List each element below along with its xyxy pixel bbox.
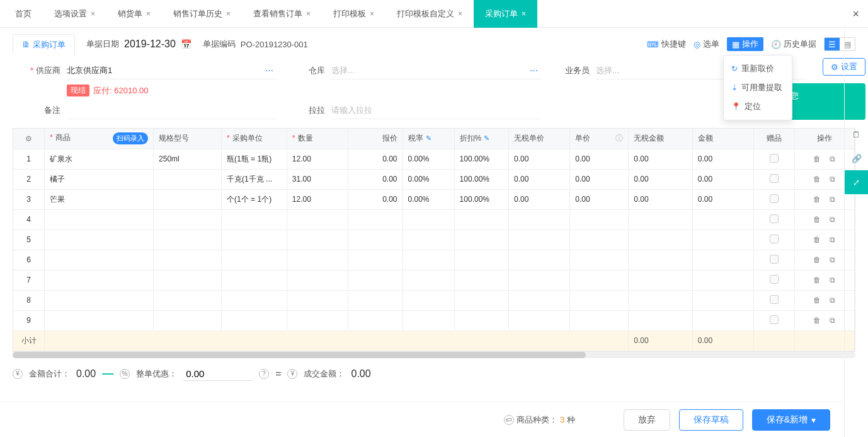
cell-unit[interactable]: 瓶(1瓶 = 1瓶) xyxy=(222,149,287,169)
cell-price[interactable] xyxy=(570,230,629,250)
cell-product[interactable] xyxy=(45,310,154,330)
cell-net-amount[interactable] xyxy=(629,310,693,330)
table-row[interactable]: 3芒果个(1个 = 1个)12.000.000.00%100.00%0.000.… xyxy=(13,189,855,209)
cell-price[interactable] xyxy=(570,290,629,310)
tab-options[interactable]: 选项设置× xyxy=(43,0,106,28)
cell-qty[interactable] xyxy=(287,290,348,310)
cell-unit[interactable] xyxy=(222,230,287,250)
cell-qty[interactable] xyxy=(287,230,348,250)
cell-quote[interactable]: 0.00 xyxy=(348,189,403,209)
calendar-icon[interactable]: 📅 xyxy=(181,39,191,49)
tab-home[interactable]: 首页 xyxy=(4,0,43,28)
cell-discount[interactable] xyxy=(454,270,508,290)
copy-icon[interactable]: ⧉ xyxy=(830,255,835,264)
cell-net-price[interactable]: 0.00 xyxy=(509,149,570,169)
remark-input[interactable] xyxy=(67,102,277,119)
table-row[interactable]: 4🗑⧉ xyxy=(13,209,855,230)
table-row[interactable]: 5🗑⧉ xyxy=(13,230,855,250)
cell-tax[interactable]: 0.00% xyxy=(403,169,454,189)
close-icon[interactable]: × xyxy=(146,9,151,18)
table-row[interactable]: 9🗑⧉ xyxy=(13,310,855,330)
cell-net-amount[interactable] xyxy=(629,209,693,230)
cell-unit[interactable]: 千克(1千克 ... xyxy=(222,169,287,189)
close-icon[interactable]: × xyxy=(91,9,95,18)
cell-product[interactable]: 矿泉水 xyxy=(45,149,154,169)
cell-product[interactable] xyxy=(45,230,154,250)
save-draft-button[interactable]: 保存草稿 xyxy=(679,409,743,431)
cell-gift[interactable] xyxy=(754,189,795,209)
cell-net-amount[interactable] xyxy=(629,230,693,250)
cell-quote[interactable]: 0.00 xyxy=(348,149,403,169)
dropdown-reprice[interactable]: ↻重新取价 xyxy=(724,59,792,78)
cell-tax[interactable] xyxy=(403,310,454,330)
table-row[interactable]: 8🗑⧉ xyxy=(13,290,855,310)
cell-amount[interactable] xyxy=(692,270,753,290)
cell-product[interactable]: 芒果 xyxy=(45,189,154,209)
help-icon[interactable]: ? xyxy=(259,369,269,379)
cell-qty[interactable]: 12.00 xyxy=(287,149,348,169)
cell-net-amount[interactable]: 0.00 xyxy=(629,189,693,209)
cell-qty[interactable] xyxy=(287,250,348,270)
cell-net-price[interactable] xyxy=(509,310,570,330)
cell-spec[interactable] xyxy=(154,250,222,270)
tab-sales[interactable]: 销货单× xyxy=(106,0,162,28)
table-row[interactable]: 7🗑⧉ xyxy=(13,270,855,290)
info-icon[interactable]: ⓘ xyxy=(615,133,623,144)
cell-net-amount[interactable]: 0.00 xyxy=(629,149,693,169)
cell-price[interactable] xyxy=(570,250,629,270)
cell-discount[interactable]: 100.00% xyxy=(454,169,508,189)
cell-spec[interactable]: 250ml xyxy=(154,149,222,169)
delete-icon[interactable]: 🗑 xyxy=(813,316,821,325)
date-value[interactable]: 2019-12-30 xyxy=(124,38,176,50)
cell-qty[interactable] xyxy=(287,270,348,290)
cell-quote[interactable] xyxy=(348,290,403,310)
cell-spec[interactable] xyxy=(154,270,222,290)
cell-discount[interactable] xyxy=(454,290,508,310)
delete-icon[interactable]: 🗑 xyxy=(813,175,821,184)
cell-product[interactable]: 橘子 xyxy=(45,169,154,189)
close-icon[interactable]: × xyxy=(306,9,311,18)
cell-price[interactable] xyxy=(570,209,629,230)
cell-discount[interactable] xyxy=(454,230,508,250)
more-icon[interactable]: ⋯ xyxy=(530,66,542,75)
cell-discount[interactable] xyxy=(454,310,508,330)
cell-unit[interactable] xyxy=(222,290,287,310)
cell-amount[interactable] xyxy=(692,290,753,310)
cell-amount[interactable]: 0.00 xyxy=(692,189,753,209)
delete-icon[interactable]: 🗑 xyxy=(813,296,821,305)
warehouse-select[interactable]: 选择...⋯ xyxy=(331,62,542,79)
cell-net-price[interactable] xyxy=(509,270,570,290)
cell-spec[interactable] xyxy=(154,290,222,310)
tab-print-template[interactable]: 打印模板× xyxy=(322,0,385,28)
cell-net-price[interactable]: 0.00 xyxy=(509,189,570,209)
cell-amount[interactable] xyxy=(692,310,753,330)
gift-checkbox[interactable] xyxy=(770,315,779,324)
cell-qty[interactable]: 12.00 xyxy=(287,189,348,209)
cell-unit[interactable]: 个(1个 = 1个) xyxy=(222,189,287,209)
cell-net-amount[interactable] xyxy=(629,290,693,310)
table-row[interactable]: 6🗑⧉ xyxy=(13,250,855,270)
cell-net-amount[interactable] xyxy=(629,250,693,270)
cell-quote[interactable] xyxy=(348,250,403,270)
table-row[interactable]: 2橘子千克(1千克 ...31.000.000.00%100.00%0.000.… xyxy=(13,169,855,189)
close-all-icon[interactable]: × xyxy=(852,7,859,20)
cell-quote[interactable] xyxy=(348,310,403,330)
cell-quote[interactable] xyxy=(348,270,403,290)
close-icon[interactable]: × xyxy=(458,9,462,18)
expand-icon[interactable]: ⤢ xyxy=(845,170,869,194)
cell-net-price[interactable] xyxy=(509,250,570,270)
cell-net-price[interactable] xyxy=(509,290,570,310)
delete-icon[interactable]: 🗑 xyxy=(813,195,821,204)
cell-unit[interactable] xyxy=(222,209,287,230)
cell-tax[interactable] xyxy=(403,230,454,250)
edit-icon[interactable]: ✎ xyxy=(426,134,431,142)
cell-qty[interactable] xyxy=(287,310,348,330)
history-button[interactable]: 🕘历史单据 xyxy=(771,38,816,50)
cell-amount[interactable] xyxy=(692,250,753,270)
cell-net-price[interactable] xyxy=(509,209,570,230)
note-icon[interactable]: 🗒 xyxy=(845,122,869,146)
cell-net-amount[interactable]: 0.00 xyxy=(629,169,693,189)
dropdown-locate[interactable]: 📍定位 xyxy=(724,97,792,116)
more-icon[interactable]: ⋯ xyxy=(265,66,277,75)
delete-icon[interactable]: 🗑 xyxy=(813,235,821,244)
